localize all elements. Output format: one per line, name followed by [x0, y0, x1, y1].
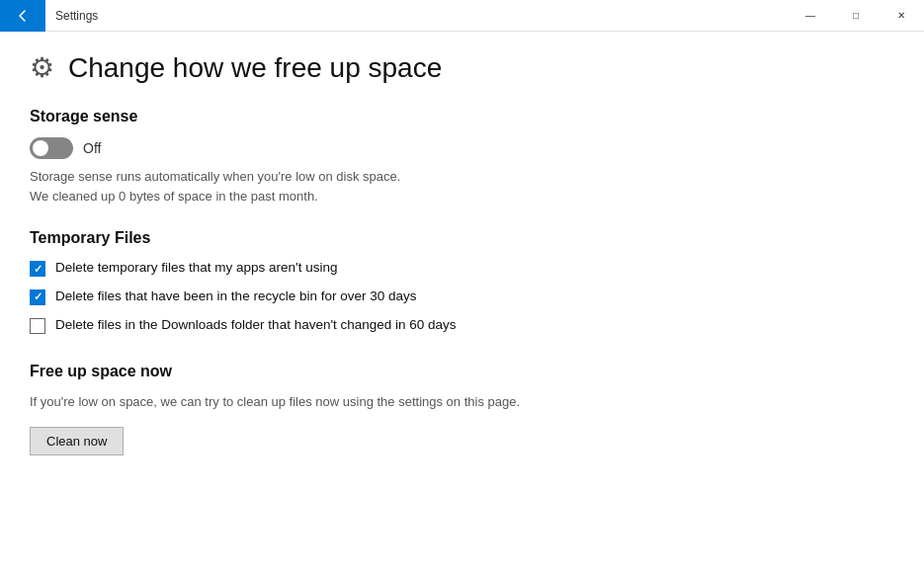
- checkbox-delete-temp[interactable]: ✓: [30, 261, 45, 277]
- temp-files-title: Temporary Files: [30, 229, 894, 247]
- checkmark-icon: ✓: [34, 263, 42, 276]
- checkbox-item-delete-recycle: ✓ Delete files that have been in the rec…: [30, 288, 894, 306]
- storage-sense-toggle[interactable]: [30, 137, 73, 159]
- checkbox-item-delete-downloads: Delete files in the Downloads folder tha…: [30, 316, 894, 335]
- title-bar: Settings — □ ✕: [0, 0, 924, 32]
- toggle-row: Off: [30, 137, 894, 159]
- minimize-button[interactable]: —: [788, 0, 833, 32]
- freeup-description: If you're low on space, we can try to cl…: [30, 392, 894, 412]
- page-header: ⚙ Change how we free up space: [30, 51, 894, 84]
- checkbox-delete-recycle[interactable]: ✓: [30, 289, 45, 305]
- checkbox-label-delete-temp: Delete temporary files that my apps aren…: [55, 259, 337, 278]
- checkbox-label-delete-downloads: Delete files in the Downloads folder tha…: [55, 316, 457, 335]
- back-button[interactable]: [0, 0, 45, 32]
- storage-sense-description: Storage sense runs automatically when yo…: [30, 167, 894, 206]
- content-area: ⚙ Change how we free up space Storage se…: [0, 32, 924, 577]
- checkbox-delete-downloads[interactable]: [30, 318, 45, 334]
- maximize-button[interactable]: □: [833, 0, 879, 32]
- main-layout: ⚙ Change how we free up space Storage se…: [0, 32, 924, 577]
- clean-now-button[interactable]: Clean now: [30, 427, 124, 455]
- freeup-title: Free up space now: [30, 363, 894, 380]
- close-button[interactable]: ✕: [879, 0, 924, 32]
- toggle-state-label: Off: [83, 140, 101, 156]
- gear-icon: ⚙: [30, 51, 54, 84]
- checkbox-item-delete-temp: ✓ Delete temporary files that my apps ar…: [30, 259, 894, 278]
- back-icon: [17, 10, 29, 22]
- storage-sense-title: Storage sense: [30, 108, 894, 125]
- checkmark-icon-2: ✓: [34, 290, 42, 303]
- window-controls: — □ ✕: [788, 0, 924, 32]
- window-title: Settings: [45, 9, 788, 23]
- checkbox-label-delete-recycle: Delete files that have been in the recyc…: [55, 288, 416, 306]
- storage-sense-section: Storage sense Off Storage sense runs aut…: [30, 108, 894, 206]
- temporary-files-section: Temporary Files ✓ Delete temporary files…: [30, 229, 894, 335]
- free-up-space-section: Free up space now If you're low on space…: [30, 363, 894, 456]
- page-title: Change how we free up space: [68, 52, 442, 84]
- toggle-knob: [33, 140, 48, 156]
